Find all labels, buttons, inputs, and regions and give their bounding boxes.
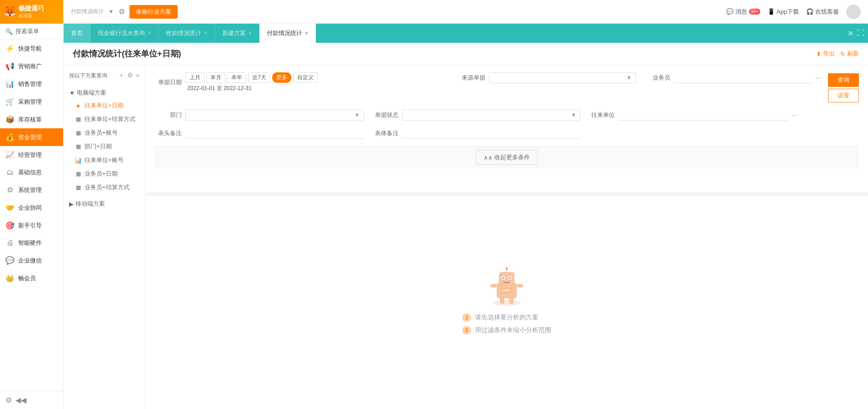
vip-icon: 👑 <box>5 274 15 283</box>
sidebar-item-label: 基础信息 <box>18 168 42 177</box>
refresh-icon: ↻ <box>840 50 845 57</box>
doc-status-filter-label: 单据状态 <box>371 111 399 119</box>
tab-new-scheme-close[interactable]: × <box>249 30 252 36</box>
sidebar-item-operations[interactable]: 📈 经营管理 <box>0 146 63 164</box>
scheme-item-dept-date[interactable]: ▦ 部门+日期 <box>64 140 145 153</box>
sidebar-item-enterprise[interactable]: 🤝 企业协同 <box>0 199 63 217</box>
scheme-item-label: 部门+日期 <box>85 142 112 151</box>
scheme-add-icon[interactable]: ＋ <box>118 71 125 80</box>
trial-button[interactable]: 体验行业方案 <box>130 5 178 19</box>
query-button[interactable]: 查询 <box>828 73 859 87</box>
sidebar-item-system[interactable]: ⚙ 系统管理 <box>0 181 63 199</box>
scheme-item-unit-settle[interactable]: ▦ 往来单位+结算方式 <box>64 112 145 126</box>
wechat-icon: 💬 <box>5 256 15 265</box>
salesperson-more-icon[interactable]: ··· <box>815 74 821 81</box>
filter-group-table-body-note: 表体备注 <box>371 128 581 139</box>
scheme-item-staff-settle[interactable]: ▦ 业务员+结算方式 <box>64 181 145 194</box>
sidebar-item-label: 系统管理 <box>18 186 42 194</box>
settings-button[interactable]: 设置 <box>828 89 859 102</box>
sidebar-item-label: 销售管理 <box>18 80 42 88</box>
collapse-conditions-button[interactable]: ∧∧ 收起更多条件 <box>476 150 538 165</box>
tab-bank-flow[interactable]: 现金银行流水查询 × <box>90 24 159 43</box>
scheme-settings-icon[interactable]: ⚙ <box>127 71 133 80</box>
table-body-note-input[interactable] <box>402 128 581 139</box>
scheme-desktop-label: 电脑端方案 <box>77 89 106 97</box>
scheme-item-staff-account[interactable]: ▦ 业务员+账号 <box>64 126 145 140</box>
topbar-gear-icon[interactable]: ⚙ <box>119 7 125 16</box>
sidebar-item-quick-nav[interactable]: ⚡ 快捷导航 <box>0 40 63 57</box>
scheme-chart-icon: 📊 <box>75 157 82 164</box>
sidebar-item-purchase[interactable]: 🛒 采购管理 <box>0 93 63 111</box>
custom-date-btn[interactable]: 自定义 <box>293 72 318 83</box>
date-filter-label: 单据日期 <box>155 78 182 86</box>
scheme-item-unit-account[interactable]: 📊 往来单位+账号 <box>64 153 145 167</box>
svg-point-15 <box>506 289 508 291</box>
window-close-icon[interactable]: ✕ <box>848 29 853 38</box>
more-dates-btn[interactable]: 更多 <box>272 72 291 83</box>
export-button[interactable]: ⬆ 导出 <box>816 50 835 58</box>
service-action[interactable]: 🎧 在线客服 <box>806 8 839 16</box>
this-year-btn[interactable]: 本年 <box>227 72 246 83</box>
scheme-mobile-title[interactable]: ▶ 移动端方案 <box>64 198 145 210</box>
address-bar[interactable]: 付款情况统计 <box>71 8 104 15</box>
scheme-item-label: 往来单位+日期 <box>85 101 124 110</box>
sidebar-item-wechat[interactable]: 💬 企业微信 <box>0 252 63 269</box>
content-body: 按以下方案查询 ＋ ⚙ « ▼ 电脑端方案 ● 往来单位+日期 <box>64 65 868 409</box>
counterpart-input[interactable] <box>619 110 788 121</box>
user-avatar[interactable] <box>846 5 861 19</box>
tab-bar: 首页 现金银行流水查询 × 收款情况统计 × 新建方案 × 付款情况统计 × ✕… <box>64 24 868 43</box>
refresh-label: 刷新 <box>847 50 859 58</box>
service-icon: 🎧 <box>806 8 813 15</box>
message-action[interactable]: 💬 消息 99+ <box>726 8 760 16</box>
salesperson-input[interactable] <box>674 72 812 83</box>
sidebar: 🦊 畅捷通巧 标准版 🔍 搜索菜单 ⚡ 快捷导航 📢 营销推广 📊 销售管理 🛒… <box>0 0 64 409</box>
settings-footer-icon[interactable]: ⚙ <box>5 396 12 404</box>
tab-payment-stats-label: 付款情况统计 <box>267 29 302 37</box>
source-select[interactable]: ▼ <box>489 72 636 83</box>
search-menu[interactable]: 🔍 搜索菜单 <box>0 24 63 40</box>
tab-collection-stats-close[interactable]: × <box>204 30 207 36</box>
scheme-item-staff-date[interactable]: ▦ 业务员+日期 <box>64 167 145 181</box>
topbar-left: 付款情况统计 ▼ ⚙ 体验行业方案 <box>71 5 721 19</box>
doc-status-select[interactable]: ▼ <box>402 110 581 121</box>
scheme-collapse-icon[interactable]: « <box>136 71 140 80</box>
download-icon: 📱 <box>768 8 775 15</box>
table-header-note-input[interactable] <box>185 128 364 139</box>
tab-home[interactable]: 首页 <box>64 24 90 43</box>
refresh-button[interactable]: ↻ 刷新 <box>840 50 859 58</box>
last-month-btn[interactable]: 上月 <box>185 72 205 83</box>
sidebar-item-vip[interactable]: 👑 畅会员 <box>0 269 63 287</box>
tab-collection-stats[interactable]: 收款情况统计 × <box>159 24 215 43</box>
tab-bank-flow-close[interactable]: × <box>148 30 151 36</box>
scheme-desktop-title[interactable]: ▼ 电脑端方案 <box>64 87 145 99</box>
filter-row-1: 单据日期 上月 本月 本年 近7天 更多 自定义 20 <box>155 72 859 102</box>
scheme-item-unit-date[interactable]: ● 往来单位+日期 <box>64 99 145 112</box>
svg-point-5 <box>503 277 504 279</box>
dept-select[interactable]: ▼ <box>185 110 364 121</box>
export-label: 导出 <box>823 50 835 58</box>
inventory-icon: 📦 <box>5 115 15 124</box>
download-action[interactable]: 📱 App下载 <box>768 8 799 16</box>
sidebar-item-basic-info[interactable]: 🗂 基础信息 <box>0 164 63 181</box>
search-icon: 🔍 <box>5 28 13 35</box>
sidebar-item-marketing[interactable]: 📢 营销推广 <box>0 57 63 75</box>
tab-payment-stats-close[interactable]: × <box>305 30 308 36</box>
scheme-panel-header: 按以下方案查询 ＋ ⚙ « <box>64 70 145 83</box>
sidebar-item-sales[interactable]: 📊 销售管理 <box>0 75 63 93</box>
sidebar-item-inventory[interactable]: 📦 库存核算 <box>0 111 63 128</box>
sidebar-item-guide[interactable]: 🎯 新手引导 <box>0 217 63 234</box>
sidebar-item-label: 快捷导航 <box>18 45 42 53</box>
counterpart-more-icon[interactable]: ··· <box>792 111 797 119</box>
address-dropdown-icon[interactable]: ▼ <box>108 8 114 15</box>
svg-rect-11 <box>500 298 504 304</box>
sidebar-item-hardware[interactable]: 🖨 智能硬件 <box>0 234 63 252</box>
this-month-btn[interactable]: 本月 <box>206 72 225 83</box>
sidebar-item-finance[interactable]: 💰 资金管理 <box>0 128 63 146</box>
collapse-sidebar-icon[interactable]: ◀◀ <box>15 396 26 404</box>
window-maximize-icon[interactable]: ⛶ <box>857 29 864 37</box>
scheme-panel-title: 按以下方案查询 <box>69 72 107 80</box>
tab-payment-stats[interactable]: 付款情况统计 × <box>259 24 316 43</box>
export-icon: ⬆ <box>816 50 821 57</box>
last-7days-btn[interactable]: 近7天 <box>248 72 270 83</box>
tab-new-scheme[interactable]: 新建方案 × <box>215 24 259 43</box>
